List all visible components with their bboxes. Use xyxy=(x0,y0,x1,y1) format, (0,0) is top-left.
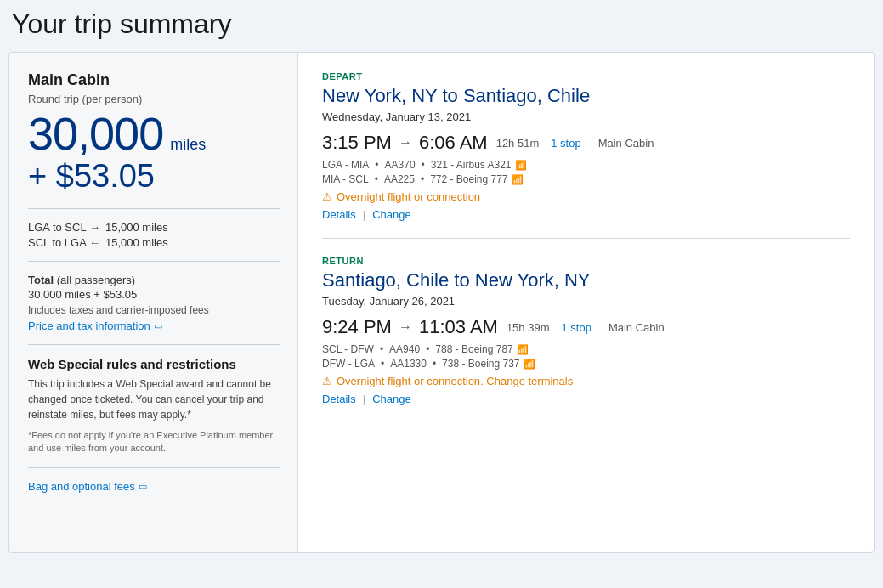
right-panel: DEPART New York, NY to Santiago, Chile W… xyxy=(298,53,874,552)
depart-details-link[interactable]: Details xyxy=(322,208,356,221)
return-section: RETURN Santiago, Chile to New York, NY T… xyxy=(322,256,850,405)
return-action-sep: | xyxy=(363,393,365,405)
web-special-title: Web Special rules and restrictions xyxy=(28,357,280,371)
price-tax-link-text: Price and tax information xyxy=(28,319,150,332)
return-leg2-aircraft: 738 - Boeing 737 xyxy=(442,358,519,370)
route-code-1: LGA to SCL xyxy=(28,221,89,234)
return-stop-badge[interactable]: 1 stop xyxy=(561,321,591,334)
depart-stop-badge[interactable]: 1 stop xyxy=(551,137,580,150)
return-date: Tuesday, January 26, 2021 xyxy=(322,295,850,308)
depart-duration: 12h 51m xyxy=(496,137,540,150)
total-label-rest: (all passengers) xyxy=(54,274,135,286)
tax-note: Includes taxes and carrier-imposed fees xyxy=(28,304,280,316)
return-details-link[interactable]: Details xyxy=(322,393,356,405)
miles-row: 30,000 miles xyxy=(28,110,280,156)
total-label: Total (all passengers) xyxy=(28,274,280,286)
return-leg1-details: SCL - DFW • AA940 • 788 - Boeing 787 📶 xyxy=(322,343,850,355)
depart-change-link[interactable]: Change xyxy=(372,208,411,221)
depart-leg2-flight: AA225 xyxy=(384,173,415,185)
depart-leg2-wifi-icon: 📶 xyxy=(512,174,524,185)
return-change-link[interactable]: Change xyxy=(372,393,411,405)
route-miles-2: 15,000 miles xyxy=(105,236,168,249)
main-card: Main Cabin Round trip (per person) 30,00… xyxy=(8,52,875,553)
divider-3 xyxy=(28,344,280,345)
depart-leg1-wifi-icon: 📶 xyxy=(515,160,527,171)
external-icon-1: ▭ xyxy=(154,320,162,331)
depart-leg1-details: LGA - MIA • AA370 • 321 - Airbus A321 📶 xyxy=(322,159,850,171)
bag-link-text: Bag and optional fees xyxy=(28,480,135,493)
route-code-2: SCL to LGA xyxy=(28,236,89,249)
depart-label: DEPART xyxy=(322,71,850,82)
return-leg1-route: SCL - DFW xyxy=(322,343,374,355)
total-value: 30,000 miles + $53.05 xyxy=(28,288,280,301)
flight-section-divider xyxy=(322,238,850,239)
return-duration: 15h 39m xyxy=(507,321,550,334)
divider-4 xyxy=(28,467,280,468)
depart-times-row: 3:15 PM → 6:06 AM 12h 51m 1 stop Main Ca… xyxy=(322,132,850,154)
route-miles-1: 15,000 miles xyxy=(105,221,168,234)
miles-number: 30,000 xyxy=(28,110,163,156)
depart-cabin-tag: Main Cabin xyxy=(598,137,654,150)
return-warning-row: ⚠ Overnight flight or connection. Change… xyxy=(322,375,850,387)
divider-1 xyxy=(28,208,280,209)
depart-route-title: New York, NY to Santiago, Chile xyxy=(322,85,850,107)
return-depart-time: 9:24 PM xyxy=(322,316,392,338)
return-label: RETURN xyxy=(322,256,850,266)
return-warning-text: Overnight flight or connection. Change t… xyxy=(337,375,573,387)
return-leg2-details: DFW - LGA • AA1330 • 738 - Boeing 737 📶 xyxy=(322,358,850,370)
depart-leg1-aircraft: 321 - Airbus A321 xyxy=(431,159,512,171)
total-section: Total (all passengers) 30,000 miles + $5… xyxy=(28,274,280,332)
miles-word: miles xyxy=(170,136,206,154)
depart-leg2-route: MIA - SCL xyxy=(322,173,369,185)
depart-leg1-flight: AA370 xyxy=(385,159,416,171)
return-leg1-aircraft: 788 - Boeing 787 xyxy=(435,343,512,355)
depart-warning-row: ⚠ Overnight flight or connection xyxy=(322,190,850,203)
depart-warning-icon: ⚠ xyxy=(322,190,332,203)
return-arrow-icon: → xyxy=(399,319,412,335)
return-leg2-route: DFW - LGA xyxy=(322,358,375,370)
left-panel: Main Cabin Round trip (per person) 30,00… xyxy=(9,53,298,552)
depart-date: Wednesday, January 13, 2021 xyxy=(322,110,850,123)
plus-fee: + $53.05 xyxy=(28,158,280,195)
return-arrive-time: 11:03 AM xyxy=(419,316,498,338)
round-trip-label: Round trip (per person) xyxy=(28,93,280,105)
depart-leg2-details: MIA - SCL • AA225 • 772 - Boeing 777 📶 xyxy=(322,173,850,185)
route-table: LGA to SCL → 15,000 miles SCL to LGA ← 1… xyxy=(28,221,280,249)
depart-leg1-route: LGA - MIA xyxy=(322,159,369,171)
route-row-2: SCL to LGA ← 15,000 miles xyxy=(28,236,280,249)
return-times-row: 9:24 PM → 11:03 AM 15h 39m 1 stop Main C… xyxy=(322,316,850,338)
depart-arrow-icon: → xyxy=(399,135,412,150)
return-warning-icon: ⚠ xyxy=(322,375,332,387)
bag-optional-fees-link[interactable]: Bag and optional fees ▭ xyxy=(28,480,280,493)
depart-section: DEPART New York, NY to Santiago, Chile W… xyxy=(322,71,850,221)
total-bold: Total xyxy=(28,274,54,286)
price-tax-link[interactable]: Price and tax information ▭ xyxy=(28,319,280,332)
return-cabin-tag: Main Cabin xyxy=(608,321,665,334)
divider-2 xyxy=(28,261,280,262)
cabin-label: Main Cabin xyxy=(28,71,280,89)
route-arrow-2: ← xyxy=(89,236,100,249)
page-title: Your trip summary xyxy=(8,8,875,40)
depart-action-row: Details | Change xyxy=(322,208,850,221)
depart-time: 3:15 PM xyxy=(322,132,392,154)
route-arrow-1: → xyxy=(89,221,100,234)
depart-warning-text: Overnight flight or connection xyxy=(337,190,480,203)
footnote: *Fees do not apply if you're an Executiv… xyxy=(28,429,280,455)
depart-leg2-aircraft: 772 - Boeing 777 xyxy=(430,173,507,185)
depart-arrive-time: 6:06 AM xyxy=(419,132,488,154)
return-action-row: Details | Change xyxy=(322,393,850,405)
return-route-title: Santiago, Chile to New York, NY xyxy=(322,269,850,291)
web-special-text: This trip includes a Web Special award a… xyxy=(28,376,280,422)
external-icon-2: ▭ xyxy=(139,481,147,492)
depart-action-sep: | xyxy=(363,208,365,221)
return-leg1-flight: AA940 xyxy=(389,343,420,355)
return-leg2-flight: AA1330 xyxy=(390,358,427,370)
return-leg2-wifi-icon: 📶 xyxy=(524,359,535,370)
route-row-1: LGA to SCL → 15,000 miles xyxy=(28,221,280,234)
return-leg1-wifi-icon: 📶 xyxy=(517,344,529,355)
